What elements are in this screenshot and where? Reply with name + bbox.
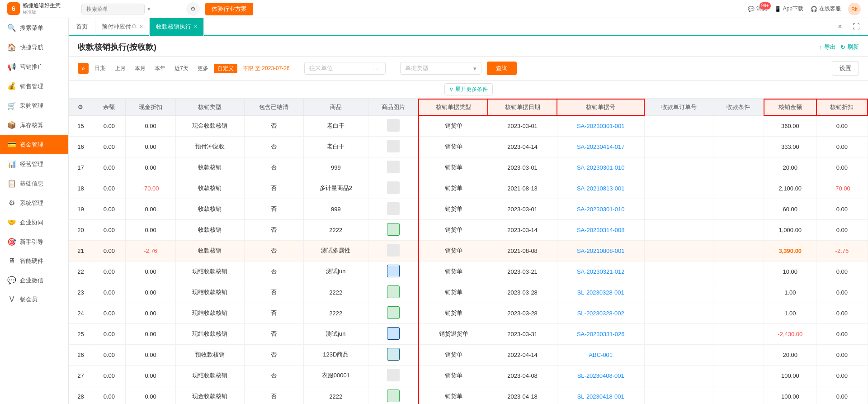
sidebar-item-purchase[interactable]: 🛒 采购管理 — [0, 96, 68, 115]
cell-product: 999 — [304, 199, 368, 219]
col-settings[interactable]: ⚙ — [69, 99, 93, 115]
bill-no-link[interactable]: SA-20210813-001 — [577, 185, 625, 192]
bill-no-link[interactable]: SA-20230331-026 — [577, 331, 625, 337]
cell-row-num: 27 — [69, 365, 93, 386]
bill-no-link[interactable]: SL-20230408-001 — [577, 372, 624, 379]
cell-bill-no: SA-20230321-012 — [557, 261, 644, 282]
sidebar-item-quicknav[interactable]: 🏠 快捷导航 — [0, 38, 68, 57]
bill-no-link[interactable]: SL-20230418-001 — [577, 393, 624, 400]
logo-title: 畅捷通谱好生意 — [23, 2, 61, 9]
bill-type-select[interactable]: 单据类型 ▾ — [400, 62, 481, 75]
date-btn-custom[interactable]: 自定义 — [214, 64, 237, 73]
tab-home[interactable]: 首页 — [69, 18, 95, 36]
bill-no-link[interactable]: SA-20230321-012 — [577, 268, 625, 275]
date-btn-this-month[interactable]: 本月 — [131, 64, 149, 73]
sidebar-label-purchase: 采购管理 — [20, 102, 43, 110]
user-menu[interactable]: Rit — [848, 3, 861, 15]
top-search-input[interactable] — [81, 4, 145, 14]
sidebar-label-member: 畅会员 — [20, 295, 38, 304]
bill-no-link[interactable]: SA-20210808-001 — [577, 247, 625, 254]
query-button[interactable]: 查询 — [487, 62, 517, 75]
cell-product-img — [368, 365, 419, 386]
sidebar-label-system: 系统管理 — [20, 199, 43, 207]
sidebar-item-inventory[interactable]: 📦 库存核算 — [0, 115, 68, 135]
cell-bill-no: SL-20230328-001 — [557, 282, 644, 303]
from-company-input[interactable]: 往来单位 ··· — [304, 62, 386, 75]
refresh-button[interactable]: ↻ 刷新 — [840, 43, 859, 51]
cell-include-settled: 否 — [244, 261, 303, 282]
table-row: 20 0.00 0.00 收款核销 否 2222 销货单 2023-03-14 … — [69, 219, 868, 240]
fullscreen-icon[interactable]: ⛶ — [850, 20, 863, 33]
expand-more-button[interactable]: ∨ 展开更多条件 — [444, 83, 493, 95]
date-btn-last-month[interactable]: 上月 — [111, 64, 129, 73]
cell-bill-no: ABC-001 — [557, 344, 644, 365]
page-content: 收款核销执行(按收款) ↑ 导出 ↻ 刷新 » 日期 上月 — [69, 36, 868, 404]
sidebar-item-wechat[interactable]: 💬 企业微信 — [0, 271, 68, 290]
settings-icon[interactable]: ⚙ — [78, 104, 83, 110]
cell-verify-discount: 0.00 — [816, 365, 868, 386]
date-btn-this-year[interactable]: 本年 — [151, 64, 169, 73]
content-area: 首页 预付冲应付单 × 收款核销执行 × × ⛶ 收款核销执行(按收款) — [69, 18, 868, 404]
cell-verify-discount: -70.00 — [816, 178, 868, 199]
cell-verify-discount: -2.76 — [816, 240, 868, 261]
data-table: ⚙ 余额 现金折扣 核销类型 包含已结清 商品 商品图片 核销单据类型 核销单据… — [69, 99, 868, 404]
sidebar-item-finance[interactable]: 💳 资金管理 — [0, 135, 68, 154]
cell-row-num: 21 — [69, 240, 93, 261]
cell-balance: 0.00 — [93, 199, 125, 219]
filter-toggle-button[interactable]: » — [78, 63, 89, 74]
industry-btn[interactable]: 体验行业方案 — [205, 3, 253, 15]
bill-no-link[interactable]: SA-20230301-010 — [577, 206, 625, 213]
close-window-icon[interactable]: × — [834, 20, 846, 33]
date-btn-7days[interactable]: 近7天 — [171, 64, 192, 73]
col-bill-no: 核销单据号 — [557, 99, 644, 115]
cell-balance: 0.00 — [93, 219, 125, 240]
sidebar-item-search[interactable]: 🔍 搜索菜单 — [0, 18, 68, 38]
cell-row-num: 26 — [69, 344, 93, 365]
date-btn-more[interactable]: 更多 — [194, 64, 212, 73]
tab-collection-close[interactable]: × — [194, 24, 197, 30]
table-row: 19 0.00 0.00 收款核销 否 999 销货单 2023-03-01 S… — [69, 199, 868, 219]
cell-verify-type: 现金收款核销 — [176, 386, 244, 404]
bill-no-link[interactable]: SA-20230301-010 — [577, 164, 625, 171]
tab-collection[interactable]: 收款核销执行 × — [150, 18, 204, 36]
cell-include-settled: 否 — [244, 303, 303, 323]
bill-no-link[interactable]: SL-20230328-002 — [577, 310, 624, 317]
bill-no-link[interactable]: SA-20230301-001 — [577, 123, 625, 129]
sidebar-item-enterprise[interactable]: 🤝 企业协同 — [0, 213, 68, 232]
table-row: 25 0.00 0.00 现结收款核销 否 测试jun 销货退货单 2023-0… — [69, 323, 868, 344]
sidebar-item-member[interactable]: V 畅会员 — [0, 290, 68, 309]
app-download-label: App下载 — [783, 5, 803, 13]
sidebar-item-basic[interactable]: 📋 基础信息 — [0, 174, 68, 193]
cell-bill-type: 销货单 — [419, 157, 488, 178]
export-button[interactable]: ↑ 导出 — [820, 43, 836, 51]
cell-row-num: 15 — [69, 115, 93, 136]
tab-prepay[interactable]: 预付冲应付单 × — [95, 18, 150, 36]
cell-cash-discount: -2.76 — [125, 240, 176, 261]
tab-prepay-close[interactable]: × — [140, 24, 143, 30]
dropdown-icon[interactable]: ▾ — [147, 5, 151, 12]
cell-product-img — [368, 344, 419, 365]
sidebar-item-sales[interactable]: 💰 销售管理 — [0, 76, 68, 96]
notification-button[interactable]: 💬 消息 99+ — [748, 5, 767, 13]
bill-no-link[interactable]: SA-20230314-008 — [577, 227, 625, 233]
bill-no-link[interactable]: SA-20230414-017 — [577, 143, 625, 150]
app-download-button[interactable]: 📱 App下载 — [774, 5, 803, 13]
sidebar-item-guide[interactable]: 🎯 新手引导 — [0, 232, 68, 252]
cell-verify-discount: 0.00 — [816, 303, 868, 323]
cell-receipt-order-no — [644, 261, 713, 282]
sidebar-item-system[interactable]: ⚙ 系统管理 — [0, 193, 68, 213]
date-options: 上月 本月 本年 近7天 更多 自定义 — [111, 64, 237, 73]
cell-balance: 0.00 — [93, 157, 125, 178]
enterprise-icon: 🤝 — [7, 218, 16, 227]
wechat-icon: 💬 — [7, 276, 16, 285]
online-service-button[interactable]: 🎧 在线客服 — [811, 5, 841, 13]
sidebar-label-enterprise: 企业协同 — [20, 219, 43, 227]
bill-no-link[interactable]: ABC-001 — [589, 352, 613, 358]
setting-button[interactable]: 设置 — [832, 61, 859, 76]
gear-button[interactable]: ⚙ — [186, 2, 200, 16]
sidebar-item-marketing[interactable]: 📢 营销推广 — [0, 57, 68, 76]
cell-receipt-condition — [713, 323, 764, 344]
bill-no-link[interactable]: SL-20230328-001 — [577, 289, 624, 296]
sidebar-item-operation[interactable]: 📊 经营管理 — [0, 154, 68, 174]
sidebar-item-hardware[interactable]: 🖥 智能硬件 — [0, 252, 68, 271]
